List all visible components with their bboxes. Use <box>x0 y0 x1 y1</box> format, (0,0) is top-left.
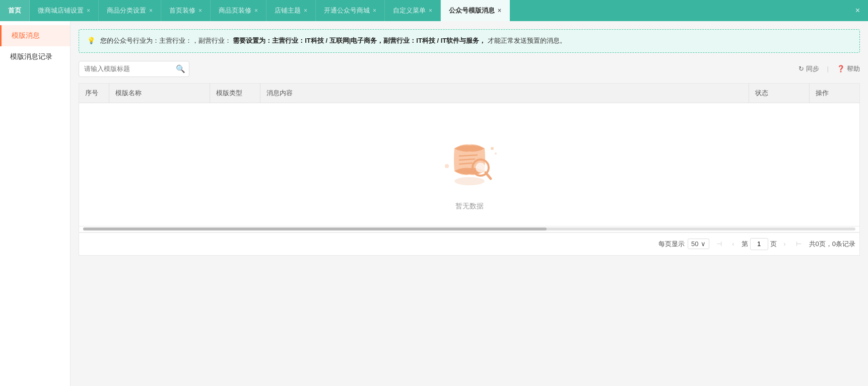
next-page-button[interactable]: › <box>779 238 791 250</box>
tab-home-label: 首页 <box>8 6 21 15</box>
table-header: 序号 模版名称 模版类型 消息内容 状态 操作 <box>79 83 860 103</box>
col-action: 操作 <box>810 83 860 103</box>
help-label: 帮助 <box>847 64 860 73</box>
notice-box: 💡 您的公众号行业为：主营行业：，副营行业： 需要设置为：主营行业：IT科技 /… <box>79 29 860 53</box>
tab-template-msg-label: 公众号模版消息 <box>449 6 495 15</box>
toolbar-right: ↻ 同步 | ❓ 帮助 <box>798 64 860 73</box>
sidebar-item-template-message[interactable]: 模版消息 <box>0 25 70 46</box>
toolbar-divider: | <box>827 65 829 72</box>
empty-state: 暂无数据 <box>79 103 860 226</box>
page-label-suf: 页 <box>770 240 777 249</box>
main-layout: 模版消息 模版消息记录 💡 您的公众号行业为：主营行业：，副营行业： 需要设置为… <box>0 21 868 386</box>
top-nav: 首页 微商城店铺设置 × 商品分类设置 × 首页装修 × 商品页装修 × 店铺主… <box>0 0 868 21</box>
sync-icon: ↻ <box>798 65 804 72</box>
help-button[interactable]: ❓ 帮助 <box>837 64 860 73</box>
close-custom-menu-btn[interactable]: × <box>429 7 432 14</box>
close-home-decor-btn[interactable]: × <box>198 7 202 14</box>
tab-custom-menu-label: 自定义菜单 <box>393 6 426 15</box>
tab-home[interactable]: 首页 <box>0 0 30 21</box>
tab-shop-theme[interactable]: 店铺主题 × <box>266 0 316 21</box>
table-header-row: 序号 模版名称 模版类型 消息内容 状态 操作 <box>79 83 860 103</box>
tab-wechat-shop-label: 微商城店铺设置 <box>38 6 84 15</box>
empty-illustration <box>439 133 500 194</box>
search-bar: 🔍 ↻ 同步 | ❓ 帮助 <box>79 61 860 77</box>
sync-button[interactable]: ↻ 同步 <box>798 64 819 73</box>
per-page-dropdown[interactable]: 50 ∨ <box>688 239 709 249</box>
per-page-label: 每页显示 <box>658 240 685 249</box>
tab-template-msg[interactable]: 公众号模版消息 × <box>441 0 510 21</box>
total-text: 共0页，0条记录 <box>809 240 855 249</box>
pagination-bar: 每页显示 50 ∨ ⊣ ‹ 第 页 › ⊢ 共0页，0条记录 <box>79 233 860 256</box>
empty-text: 暂无数据 <box>455 202 484 211</box>
svg-point-7 <box>491 147 494 150</box>
close-wechat-shop-btn[interactable]: × <box>87 7 90 14</box>
notice-suffix: 才能正常发送预置的消息。 <box>488 37 566 44</box>
last-page-button[interactable]: ⊢ <box>793 238 805 250</box>
sidebar-item-template-message-label: 模版消息 <box>12 31 40 39</box>
page-number-input[interactable] <box>750 238 768 250</box>
col-name: 模版名称 <box>109 83 210 103</box>
tab-shop-theme-label: 店铺主题 <box>275 6 301 15</box>
first-page-button[interactable]: ⊣ <box>713 238 725 250</box>
tab-open-mall[interactable]: 开通公众号商城 × <box>316 0 385 21</box>
close-product-category-btn[interactable]: × <box>149 7 153 14</box>
close-shop-theme-btn[interactable]: × <box>304 7 307 14</box>
data-table: 序号 模版名称 模版类型 消息内容 状态 操作 <box>79 83 860 103</box>
per-page-value: 50 <box>691 240 698 248</box>
tab-wechat-shop[interactable]: 微商城店铺设置 × <box>30 0 99 21</box>
tab-product-page-label: 商品页装修 <box>219 6 251 15</box>
sidebar-item-template-message-record-label: 模版消息记录 <box>10 52 52 60</box>
chevron-down-icon: ∨ <box>701 240 706 248</box>
tab-product-category-label: 商品分类设置 <box>107 6 146 15</box>
sidebar: 模版消息 模版消息记录 <box>0 21 71 386</box>
tab-home-decor[interactable]: 首页装修 × <box>161 0 211 21</box>
scrollbar-track[interactable] <box>83 227 855 230</box>
tab-custom-menu[interactable]: 自定义菜单 × <box>385 0 441 21</box>
svg-line-6 <box>486 173 491 179</box>
help-icon: ❓ <box>837 65 845 72</box>
close-all-button[interactable]: × <box>847 6 868 15</box>
col-seq: 序号 <box>79 83 109 103</box>
search-input-wrap: 🔍 <box>79 61 189 77</box>
notice-prefix: 您的公众号行业为：主营行业：，副营行业： <box>100 37 231 44</box>
col-content: 消息内容 <box>260 83 749 103</box>
page-size-select: 每页显示 50 ∨ <box>658 239 709 249</box>
tab-open-mall-label: 开通公众号商城 <box>324 6 370 15</box>
svg-point-9 <box>445 164 449 168</box>
close-template-msg-btn[interactable]: × <box>498 7 501 14</box>
sync-label: 同步 <box>806 64 819 73</box>
search-input[interactable] <box>79 61 189 77</box>
scrollbar-thumb[interactable] <box>83 227 547 230</box>
close-product-page-btn[interactable]: × <box>254 7 258 14</box>
notice-highlight: 需要设置为：主营行业：IT科技 / 互联网|电子商务，副营行业：IT科技 / I… <box>233 37 486 44</box>
sidebar-item-template-message-record[interactable]: 模版消息记录 <box>0 46 70 67</box>
col-type: 模版类型 <box>210 83 260 103</box>
svg-point-0 <box>454 177 485 185</box>
tab-product-page[interactable]: 商品页装修 × <box>211 0 266 21</box>
col-status: 状态 <box>749 83 810 103</box>
tab-product-category[interactable]: 商品分类设置 × <box>99 0 161 21</box>
close-open-mall-btn[interactable]: × <box>373 7 376 14</box>
tab-home-decor-label: 首页装修 <box>169 6 195 15</box>
page-nav: ⊣ ‹ 第 页 › ⊢ <box>713 238 805 250</box>
svg-point-5 <box>476 163 486 173</box>
page-label-pre: 第 <box>742 240 748 249</box>
prev-page-button[interactable]: ‹ <box>727 238 740 250</box>
svg-point-8 <box>495 152 497 155</box>
notice-icon: 💡 <box>87 37 95 44</box>
content-area: 💡 您的公众号行业为：主营行业：，副营行业： 需要设置为：主营行业：IT科技 /… <box>71 21 868 386</box>
search-icon[interactable]: 🔍 <box>176 64 185 73</box>
scrollbar-area[interactable] <box>79 226 860 233</box>
